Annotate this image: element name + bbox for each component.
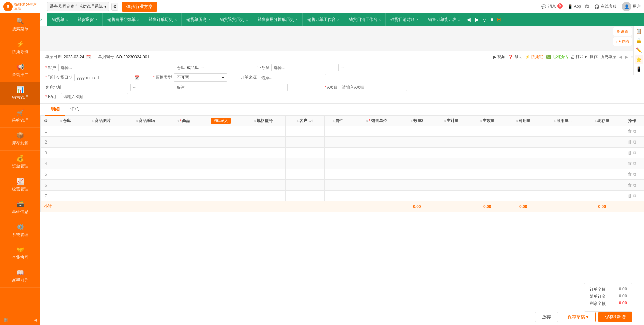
sidebar-item-cooperation[interactable]: 🤝 企业协同 (0, 242, 40, 265)
table-settings-icon[interactable]: ⚙ (44, 119, 48, 123)
row-delete-icon[interactable]: 🗑 (628, 139, 632, 145)
row-delete-icon[interactable]: 🗑 (628, 129, 632, 134)
row-copy-icon[interactable]: ⧉ (633, 161, 636, 166)
close-icon[interactable]: × (296, 18, 298, 22)
profit-btn[interactable]: 💹 毛利预估 (546, 54, 568, 60)
user-btn[interactable]: 👤 用户 (622, 2, 641, 11)
sidebar-item-search[interactable]: 🔍 搜索菜单 (0, 13, 40, 36)
detail-tab-summary[interactable]: 汇总 (65, 104, 84, 116)
salesperson-dots[interactable]: ··· (341, 65, 344, 70)
sort-icon[interactable]: ⇅ (92, 120, 94, 122)
note-input[interactable] (187, 84, 288, 91)
sidebar-item-guide[interactable]: 📖 新手引导 (0, 265, 40, 288)
b-project-input[interactable] (61, 93, 128, 100)
row-copy-icon[interactable]: ⧉ (633, 139, 636, 145)
tab-return-hist[interactable]: 销货退货历史× (215, 13, 253, 26)
pagination-next-icon[interactable]: ▶ (625, 55, 628, 59)
right-panel-clipboard-btn[interactable]: 📋 (635, 27, 643, 36)
tab-order-workbench[interactable]: 销售订单工作台× (303, 13, 344, 26)
save-new-button[interactable]: 保存&新增 (598, 312, 632, 322)
row-copy-icon[interactable]: ⧉ (633, 193, 636, 199)
salesperson-input[interactable] (271, 64, 339, 71)
info-icon[interactable]: ℹ (311, 119, 313, 123)
tab-daily-workbench[interactable]: 钱货日清工作台× (344, 13, 386, 26)
right-panel-mobile-btn[interactable]: 📱 (635, 65, 643, 73)
message-btn[interactable]: 💬 消息 9 (541, 4, 563, 9)
tab-grid-icon[interactable]: ⊞ (495, 13, 503, 26)
close-icon[interactable]: × (246, 18, 248, 22)
settings-icon-btn[interactable]: ⚙ (111, 3, 118, 11)
row-copy-icon[interactable]: ⧉ (633, 182, 636, 188)
sort-icon[interactable]: ⇅ (136, 120, 138, 122)
close-icon[interactable]: × (66, 18, 68, 22)
pagination-prev-icon[interactable]: ◀ (619, 55, 622, 59)
sort-icon[interactable]: ⇅ (480, 120, 482, 122)
online-service-btn[interactable]: 🎧 在线客服 (594, 4, 617, 9)
calendar2-icon[interactable]: 📅 (135, 75, 140, 80)
sort-icon[interactable]: ⇅ (366, 120, 368, 122)
sort-icon[interactable]: ⇅ (554, 120, 556, 122)
sort-icon[interactable]: ⇅ (297, 120, 299, 122)
row-delete-icon[interactable]: 🗑 (628, 182, 632, 188)
right-panel-lock-btn[interactable]: 🔒 (635, 36, 643, 45)
print-btn[interactable]: 🖨 打印 ▾ (571, 54, 587, 60)
sidebar-item-basic[interactable]: 🗃️ 基础信息 (0, 196, 40, 219)
tab-expense-hist[interactable]: 销售费用分摊单历史× (253, 13, 303, 26)
a-project-input[interactable] (340, 84, 407, 91)
close-icon[interactable]: × (337, 18, 339, 22)
right-panel-edit-btn[interactable]: ✏️ (635, 46, 643, 54)
sort-icon[interactable]: ⇅ (411, 120, 413, 122)
close-icon[interactable]: × (96, 18, 98, 22)
sort-icon[interactable]: ⇅ (177, 120, 179, 122)
sidebar-item-sales[interactable]: 📊 销售管理 (0, 82, 40, 105)
row-copy-icon[interactable]: ⧉ (633, 150, 636, 156)
tab-list-icon[interactable]: ≡ (488, 13, 495, 26)
sort-icon[interactable]: ⇅ (516, 120, 518, 122)
detail-tab-detail[interactable]: 明细 (45, 104, 65, 116)
row-delete-icon[interactable]: 🗑 (628, 193, 632, 198)
row-delete-icon[interactable]: 🗑 (628, 172, 632, 177)
tab-next-arrow[interactable]: ▶ (473, 13, 481, 26)
sort-icon[interactable]: ⇅ (254, 120, 256, 122)
right-panel-star-btn[interactable]: ⭐ (635, 55, 643, 64)
sort-icon[interactable]: ⇅ (595, 120, 597, 122)
system-selector[interactable]: 装备及固定资产辅助管理系统 ▾ (47, 2, 109, 11)
sidebar-item-inventory[interactable]: 📦 库存核算 (0, 128, 40, 151)
sidebar-collapse-icon[interactable]: ◀ (34, 318, 37, 322)
delivery-date-input[interactable] (74, 74, 132, 81)
scan-input-btn[interactable]: 扫码录入 (211, 118, 231, 124)
sidebar-item-purchase[interactable]: 🛒 采购管理 (0, 105, 40, 128)
warehouse-dots[interactable]: ··· (201, 65, 204, 70)
invoice-type-select[interactable]: 不开票 ▾ (174, 73, 227, 82)
customer-addr-input[interactable] (64, 84, 131, 91)
sidebar-item-operations[interactable]: 📈 经营管理 (0, 173, 40, 196)
close-icon[interactable]: × (416, 18, 418, 22)
tab-sales-goods[interactable]: 销货单× (47, 13, 73, 26)
sidebar-settings-icon[interactable]: ⚙️ (3, 318, 8, 322)
row-delete-icon[interactable]: 🗑 (628, 161, 632, 166)
help-btn[interactable]: ❓ 帮助 (508, 54, 522, 60)
discard-button[interactable]: 放弃 (535, 312, 558, 322)
sidebar-item-shortcut[interactable]: ⚡ 快捷导航 (0, 36, 40, 59)
close-icon[interactable]: × (175, 18, 177, 22)
app-download-btn[interactable]: 📱 App下载 (568, 4, 589, 9)
tab-goods-hist[interactable]: 销货单历史× (182, 13, 215, 26)
operate-btn[interactable]: 操作 (590, 54, 598, 60)
sidebar-item-marketing[interactable]: 📢 营销推广 (0, 59, 40, 82)
row-copy-icon[interactable]: ⧉ (633, 172, 636, 177)
save-draft-button[interactable]: 保存草稿 ▾ (561, 312, 596, 322)
sidebar-item-system[interactable]: ⚙️ 系统管理 (0, 219, 40, 242)
tab-sales-return[interactable]: 销货退货× (73, 13, 103, 26)
close-icon[interactable]: × (137, 18, 139, 22)
view-video-btn[interactable]: ▶ 视频 (493, 54, 505, 60)
tab-expand-arrow[interactable]: ▽ (481, 13, 488, 26)
calendar-icon[interactable]: 📅 (86, 55, 91, 59)
close-icon[interactable]: × (208, 18, 210, 22)
addr-dots[interactable]: ··· (133, 85, 136, 90)
tab-sales-expense[interactable]: 销售费用分摊单× (103, 13, 144, 26)
close-icon[interactable]: × (40, 18, 42, 22)
row-copy-icon[interactable]: ⧉ (633, 129, 636, 134)
sidebar-item-finance[interactable]: 💰 资金管理 (0, 151, 40, 173)
list-view-icon[interactable]: ≡ (631, 55, 633, 59)
order-source-input[interactable] (259, 74, 326, 81)
